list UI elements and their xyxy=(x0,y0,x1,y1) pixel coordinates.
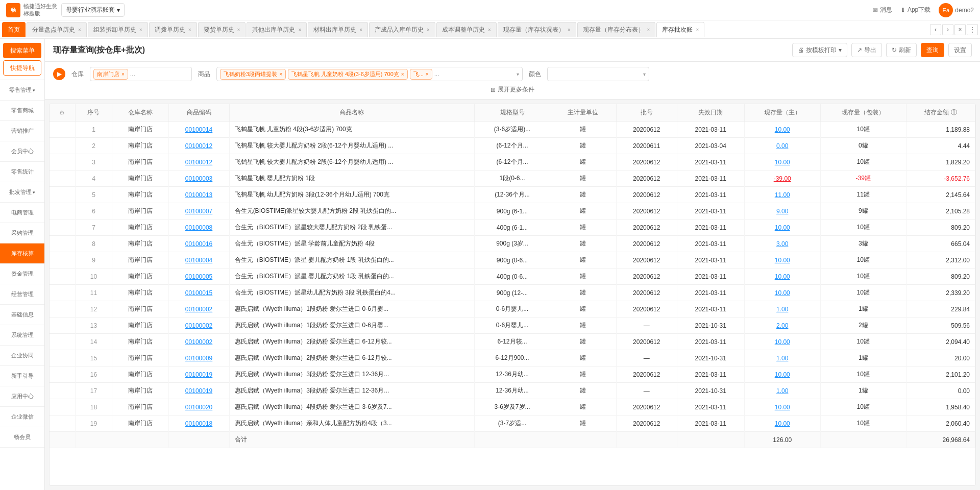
settings-button[interactable]: 设置 xyxy=(948,43,972,57)
cell-code[interactable]: 00100002 xyxy=(168,317,229,334)
app-download-button[interactable]: ⬇ App下载 xyxy=(900,6,930,14)
cell-code[interactable]: 00100003 xyxy=(168,170,229,187)
remove-product-tag-1-button[interactable]: × xyxy=(279,71,282,77)
tab-xian-cun-zhuang[interactable]: 现存量（库存状况表） × xyxy=(498,22,576,37)
cell-qty-main[interactable]: 0.00 xyxy=(744,138,820,154)
cell-code[interactable]: 00100016 xyxy=(168,236,229,252)
user-area[interactable]: Ea demo2 xyxy=(939,3,974,17)
cell-code[interactable]: 00100015 xyxy=(168,285,229,301)
cell-code[interactable]: 00100012 xyxy=(168,154,229,170)
close-icon[interactable]: × xyxy=(568,27,571,33)
sidebar-item-inventory[interactable]: 库存核算 xyxy=(0,243,44,264)
close-icon[interactable]: × xyxy=(359,27,362,33)
export-button[interactable]: ↗ 导出 xyxy=(851,43,882,57)
cell-qty-main[interactable]: 1.00 xyxy=(744,301,820,317)
tab-cai-liao[interactable]: 材料出库单历史 × xyxy=(308,22,368,37)
close-icon[interactable]: × xyxy=(298,27,301,33)
sidebar-item-wechat[interactable]: 企业微信 xyxy=(0,407,44,427)
cell-qty-main[interactable]: 9.00 xyxy=(744,203,820,219)
cell-qty-main[interactable]: 1.00 xyxy=(744,350,820,366)
cell-qty-main[interactable]: 10.00 xyxy=(744,399,820,415)
remove-product-tag-3-button[interactable]: × xyxy=(426,71,429,77)
close-icon[interactable]: × xyxy=(427,27,430,33)
close-icon[interactable]: × xyxy=(488,27,491,33)
search-menu-button[interactable]: 搜索菜单 xyxy=(3,43,41,58)
cell-qty-main[interactable]: 10.00 xyxy=(744,154,820,170)
close-icon[interactable]: × xyxy=(139,27,142,33)
cell-code[interactable]: 00100005 xyxy=(168,268,229,285)
tab-xian-cun-fen[interactable]: 现存量（库存分布表） × xyxy=(577,22,656,37)
sidebar-item-retail-stats[interactable]: 零售统计 xyxy=(0,162,44,182)
sidebar-item-marketing[interactable]: 营销推广 xyxy=(0,121,44,141)
cell-qty-main[interactable]: 10.00 xyxy=(744,366,820,383)
remove-warehouse-tag-button[interactable]: × xyxy=(121,71,125,77)
tab-zu-chai[interactable]: 组装拆卸单历史 × xyxy=(88,22,148,37)
color-filter-input[interactable]: ▾ xyxy=(547,67,649,81)
query-button[interactable]: 查询 xyxy=(921,43,944,57)
expand-conditions-button[interactable]: ⊞ 展开更多条件 xyxy=(491,85,534,94)
sidebar-item-finance[interactable]: 资金管理 xyxy=(0,264,44,284)
sidebar-item-member[interactable]: 会员中心 xyxy=(0,141,44,162)
sidebar-item-vip[interactable]: 畅会员 xyxy=(0,427,44,448)
close-icon[interactable]: × xyxy=(188,27,191,33)
chevron-down-icon[interactable]: ▾ xyxy=(517,71,519,77)
cell-code[interactable]: 00100007 xyxy=(168,203,229,219)
sidebar-item-retail-mgmt[interactable]: 零售管理 ▾ xyxy=(0,80,44,101)
cell-code[interactable]: 00100020 xyxy=(168,399,229,415)
close-icon[interactable]: × xyxy=(647,27,650,33)
cell-code[interactable]: 00100013 xyxy=(168,187,229,203)
sidebar-item-purchase[interactable]: 采购管理 xyxy=(0,223,44,243)
sidebar-item-new-guide[interactable]: 新手引导 xyxy=(0,366,44,386)
print-button[interactable]: 🖨 按模板打印 ▾ xyxy=(792,43,847,57)
close-icon[interactable]: × xyxy=(696,27,699,33)
cell-qty-main[interactable]: 10.00 xyxy=(744,415,820,432)
tab-prev-button[interactable]: ‹ xyxy=(930,24,941,35)
filter-more-button[interactable]: ... xyxy=(130,70,135,78)
tab-yao-huo[interactable]: 要货单历史 × xyxy=(198,22,246,37)
tab-menu-button[interactable]: ⋮ xyxy=(967,24,978,35)
cell-qty-main[interactable]: 10.00 xyxy=(744,219,820,236)
sidebar-item-system[interactable]: 系统管理 xyxy=(0,325,44,346)
sidebar-item-app-center[interactable]: 应用中心 xyxy=(0,386,44,407)
col-settings[interactable]: ⚙ xyxy=(50,104,75,121)
cell-code[interactable]: 00100002 xyxy=(168,301,229,317)
cell-qty-main[interactable]: 2.00 xyxy=(744,317,820,334)
cell-qty-main[interactable]: -39.00 xyxy=(744,170,820,187)
tab-pi-ci[interactable]: 库存批次账 × xyxy=(656,22,704,37)
settings-icon[interactable]: ⚙ xyxy=(59,109,65,116)
cell-qty-main[interactable]: 10.00 xyxy=(744,285,820,301)
cell-qty-main[interactable]: 10.00 xyxy=(744,334,820,350)
cell-qty-main[interactable]: 10.00 xyxy=(744,268,820,285)
cell-code[interactable]: 00100012 xyxy=(168,138,229,154)
close-icon[interactable]: × xyxy=(78,27,81,33)
close-icon[interactable]: × xyxy=(237,27,240,33)
cell-qty-main[interactable]: 11.00 xyxy=(744,187,820,203)
sidebar-item-company[interactable]: 企业协同 xyxy=(0,346,44,366)
tab-home[interactable]: 首页 xyxy=(2,22,26,37)
sidebar-item-wholesale[interactable]: 批发管理 ▾ xyxy=(0,182,44,203)
cell-qty-main[interactable]: 3.00 xyxy=(744,236,820,252)
remove-product-tag-2-button[interactable]: × xyxy=(401,71,404,77)
refresh-button[interactable]: ↻ 刷新 xyxy=(886,43,917,57)
tab-diao-bo[interactable]: 调拨单历史 × xyxy=(149,22,197,37)
filter-more-button[interactable]: ... xyxy=(434,70,439,78)
cell-qty-main[interactable]: 10.00 xyxy=(744,252,820,268)
cell-qty-main[interactable]: 1.00 xyxy=(744,383,820,399)
cell-code[interactable]: 00100018 xyxy=(168,415,229,432)
tab-qi-ta[interactable]: 其他出库单历史 × xyxy=(247,22,307,37)
account-selector[interactable]: 母婴行业演示账套 ▾ xyxy=(61,3,125,17)
cell-qty-main[interactable]: 10.00 xyxy=(744,121,820,138)
product-filter-input[interactable]: 飞鹤奶粉3段丙罐提装 × 飞鹤星飞帆 儿童奶粉 4段(3-6岁适用) 700克 … xyxy=(216,67,523,81)
cell-code[interactable]: 00100019 xyxy=(168,383,229,399)
cell-code[interactable]: 00100019 xyxy=(168,366,229,383)
tab-chan-pin[interactable]: 产成品入库单历史 × xyxy=(369,22,435,37)
sidebar-item-ecommerce[interactable]: 电商管理 xyxy=(0,203,44,223)
warehouse-filter-input[interactable]: 南岸门店 × ... xyxy=(90,67,192,81)
filter-expand-arrow-button[interactable]: ▶ xyxy=(53,68,65,80)
sidebar-item-basics[interactable]: 基础信息 xyxy=(0,305,44,325)
message-button[interactable]: ✉ 消息 xyxy=(873,6,892,14)
cell-code[interactable]: 00100009 xyxy=(168,350,229,366)
cell-code[interactable]: 00100008 xyxy=(168,219,229,236)
cell-code[interactable]: 00100014 xyxy=(168,121,229,138)
tab-next-button[interactable]: › xyxy=(942,24,953,35)
